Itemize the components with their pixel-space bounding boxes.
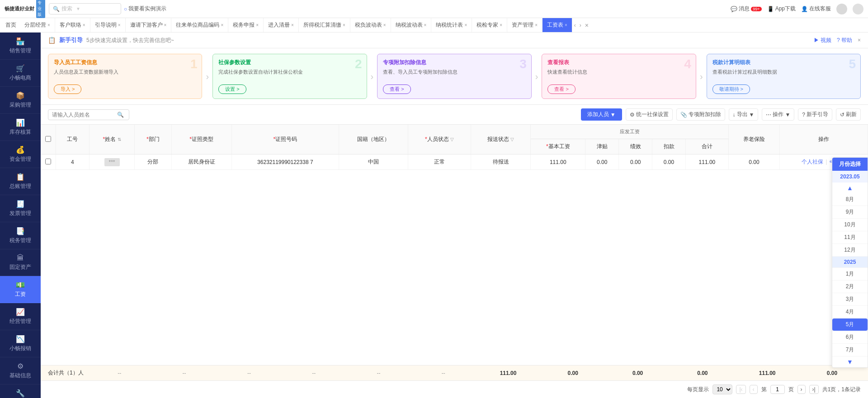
new-guide-btn[interactable]: ? 新手引导 bbox=[798, 108, 832, 121]
month-item-2[interactable]: 2月 bbox=[832, 281, 868, 293]
sidebar-item-ecommerce[interactable]: 🛒 小畅电商 bbox=[0, 60, 41, 87]
tab-工资表[interactable]: 工资表 × bbox=[542, 18, 572, 33]
search-box[interactable]: 🔍 搜索 ▼ bbox=[49, 3, 121, 14]
next-page-btn[interactable]: › bbox=[797, 385, 806, 394]
special-deduct-btn[interactable]: 📎 专项附加扣除 bbox=[676, 108, 725, 121]
step-btn-5[interactable]: 敬请期待 > bbox=[712, 84, 750, 94]
tab-资产管理[interactable]: 资产管理 × bbox=[507, 18, 542, 33]
tab-引导说明[interactable]: 引导说明 × bbox=[90, 18, 126, 33]
tab-所得税汇算清缴[interactable]: 所得税汇算清缴 × bbox=[299, 18, 350, 33]
sidebar-item-fixed[interactable]: 🏛 固定资产 bbox=[0, 249, 41, 276]
close-tab-分层经营[interactable]: × bbox=[47, 23, 50, 28]
month-item-1[interactable]: 1月 bbox=[832, 268, 868, 281]
social-setting-btn[interactable]: ⚙ 统一社保设置 bbox=[626, 108, 673, 121]
close-tab-往来[interactable]: × bbox=[221, 23, 223, 28]
sidebar-item-invoice[interactable]: 🧾 发票管理 bbox=[0, 195, 41, 222]
employee-search-wrap[interactable]: 🔍 bbox=[48, 109, 129, 120]
sidebar-item-tax[interactable]: 📑 税务管理 bbox=[0, 222, 41, 249]
tab-税负波动表[interactable]: 税负波动表 × bbox=[350, 18, 391, 33]
tab-close-all[interactable]: × bbox=[583, 22, 590, 29]
tab-客户联络[interactable]: 客户联络 × bbox=[55, 18, 90, 33]
cell-allowance: 0.00 bbox=[585, 155, 619, 170]
close-tab-资产[interactable]: × bbox=[535, 23, 538, 28]
footer-performance-total: 0.00 bbox=[609, 370, 666, 376]
user-avatar[interactable] bbox=[836, 4, 847, 14]
step-btn-2[interactable]: 设置 > bbox=[218, 84, 246, 94]
close-tab-税务[interactable]: × bbox=[256, 23, 259, 28]
row-select-checkbox[interactable] bbox=[45, 159, 51, 164]
close-tab-税负[interactable]: × bbox=[383, 23, 386, 28]
refresh-btn[interactable]: ↺ 刷新 bbox=[836, 108, 861, 121]
step-btn-1[interactable]: 导入 > bbox=[54, 84, 81, 94]
th-total: 合计 bbox=[686, 139, 729, 155]
tab-prev-arrow[interactable]: ‹ bbox=[572, 22, 578, 28]
sidebar-item-report[interactable]: 📉 小畅报销 bbox=[0, 330, 41, 357]
sidebar-item-salary[interactable]: 💵 工资 bbox=[0, 276, 41, 303]
month-item-7[interactable]: 7月 bbox=[832, 344, 868, 356]
page-input[interactable] bbox=[770, 385, 785, 394]
close-guide-btn[interactable]: × bbox=[858, 37, 861, 43]
step-title-4: 查看报表 bbox=[547, 59, 690, 66]
close-tab-税检[interactable]: × bbox=[500, 23, 502, 28]
sidebar-item-basic[interactable]: ⚙ 基础信息 bbox=[0, 357, 41, 384]
add-person-btn[interactable]: 添加人员 ▼ bbox=[581, 108, 622, 121]
sidebar-item-inventory[interactable]: 📊 库存核算 bbox=[0, 114, 41, 141]
sidebar-item-ledger[interactable]: 📋 总账管理 bbox=[0, 168, 41, 195]
month-item-6[interactable]: 6月 bbox=[832, 331, 868, 344]
tab-分层经营[interactable]: 分层经营 × bbox=[20, 18, 55, 33]
sidebar-item-purchase[interactable]: 📦 采购管理 bbox=[0, 87, 41, 114]
service-label: 在线客服 bbox=[809, 5, 831, 13]
tab-纳税波动表[interactable]: 纳税波动表 × bbox=[391, 18, 432, 33]
month-down-btn[interactable]: ▼ bbox=[847, 358, 853, 365]
tab-home[interactable]: 首页 bbox=[2, 21, 20, 29]
month-item-12[interactable]: 12月 bbox=[832, 244, 868, 257]
step-btn-4[interactable]: 查看 > bbox=[547, 84, 575, 94]
close-tab-引导说明[interactable]: × bbox=[118, 23, 121, 28]
sidebar-item-sales[interactable]: 🏪 销售管理 bbox=[0, 33, 41, 60]
invoice-icon: 🧾 bbox=[16, 200, 25, 208]
sidebar-item-operations[interactable]: 📈 经营管理 bbox=[0, 303, 41, 330]
online-service-btn[interactable]: 👤 在线客服 bbox=[801, 5, 831, 13]
month-item-8[interactable]: 8月 bbox=[832, 193, 868, 206]
close-tab-客户联络[interactable]: × bbox=[83, 23, 85, 28]
export-btn[interactable]: ↓ 导出 ▼ bbox=[729, 108, 759, 121]
sidebar-item-finance[interactable]: 💰 资金管理 bbox=[0, 141, 41, 168]
close-tab-工资表[interactable]: × bbox=[565, 23, 567, 28]
close-tab-所得税[interactable]: × bbox=[343, 23, 345, 28]
action-social-btn[interactable]: 个人社保 bbox=[802, 159, 823, 165]
user-avatar2[interactable] bbox=[853, 4, 863, 14]
last-page-btn[interactable]: ›| bbox=[809, 385, 819, 394]
demo-text-area[interactable]: ○ 我要看实例演示 bbox=[124, 5, 166, 13]
tab-税务申报[interactable]: 税务申报 × bbox=[228, 18, 264, 33]
tab-邀请下游客户[interactable]: 邀请下游客户 × bbox=[126, 18, 172, 33]
tab-next-arrow[interactable]: › bbox=[578, 22, 583, 28]
per-page-select[interactable]: 10 20 50 bbox=[712, 384, 732, 394]
app-download-btn[interactable]: 📱 App下载 bbox=[767, 5, 796, 13]
video-btn[interactable]: ▶ 视频 bbox=[814, 37, 831, 44]
sidebar-item-system[interactable]: 🔧 系统管理 bbox=[0, 384, 41, 398]
month-item-10[interactable]: 10月 bbox=[832, 219, 868, 231]
step-btn-3[interactable]: 查看 > bbox=[383, 84, 410, 94]
message-btn[interactable]: 💬 消息 99+ bbox=[731, 5, 761, 13]
step-num-3: 3 bbox=[519, 57, 527, 71]
select-all-checkbox[interactable] bbox=[45, 136, 51, 142]
action-btn[interactable]: ⋯ 操作 ▼ bbox=[762, 108, 794, 121]
month-item-11[interactable]: 11月 bbox=[832, 231, 868, 244]
tab-纳税统计表[interactable]: 纳税统计表 × bbox=[431, 18, 472, 33]
employee-search-input[interactable] bbox=[52, 112, 115, 118]
prev-page-btn[interactable]: ‹ bbox=[750, 385, 758, 394]
first-page-btn[interactable]: |‹ bbox=[736, 385, 745, 394]
month-item-5-active[interactable]: 5月 bbox=[832, 318, 868, 331]
month-item-3[interactable]: 3月 bbox=[832, 293, 868, 306]
month-item-4[interactable]: 4月 bbox=[832, 306, 868, 318]
close-tab-邀请[interactable]: × bbox=[164, 23, 167, 28]
close-tab-清册[interactable]: × bbox=[291, 23, 294, 28]
month-item-9[interactable]: 9月 bbox=[832, 206, 868, 219]
close-tab-纳税波动[interactable]: × bbox=[424, 23, 427, 28]
tab-往来单位商品编码[interactable]: 往来单位商品编码 × bbox=[171, 18, 228, 33]
help-btn[interactable]: ? 帮助 bbox=[837, 37, 852, 44]
tab-进入清册[interactable]: 进入清册 × bbox=[264, 18, 299, 33]
tab-税检专家[interactable]: 税检专家 × bbox=[472, 18, 507, 33]
close-tab-纳税统计[interactable]: × bbox=[464, 23, 467, 28]
month-up-btn[interactable]: ▲ bbox=[847, 184, 853, 192]
